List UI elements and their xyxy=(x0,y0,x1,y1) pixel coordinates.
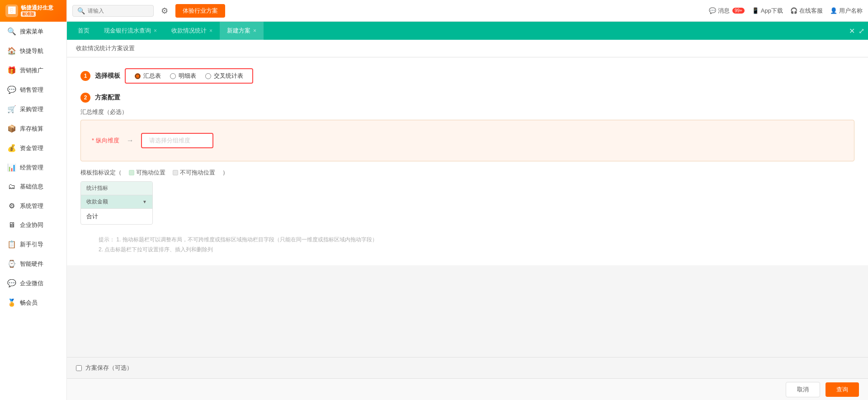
sidebar-item-purchase[interactable]: 🛒 采购管理 xyxy=(0,99,66,119)
sidebar-item-finance[interactable]: 💰 资金管理 xyxy=(0,138,66,158)
sidebar-item-label: 采购管理 xyxy=(20,105,43,113)
gift-icon: 🎁 xyxy=(7,66,16,75)
template-option-summary[interactable]: 汇总表 xyxy=(135,72,161,80)
sidebar-item-label: 企业微信 xyxy=(20,279,43,287)
wechat-icon: 💬 xyxy=(7,279,16,287)
template-selection-box: 汇总表 明细表 交叉统计表 xyxy=(125,68,253,84)
folder-icon: 🗂 xyxy=(7,183,16,191)
tab-close-all-icon[interactable]: ✕ xyxy=(849,27,855,35)
sidebar-item-sales[interactable]: 💬 销售管理 xyxy=(0,80,66,99)
tab-new-plan[interactable]: 新建方案 × xyxy=(220,22,264,40)
save-checkbox[interactable] xyxy=(76,365,82,371)
section1-label: 选择模板 xyxy=(95,72,120,80)
sidebar-item-label: 搜索菜单 xyxy=(20,28,43,36)
tab-bar: 首页 现金银行流水查询 × 收款情况统计 × 新建方案 × ✕ ⤢ xyxy=(67,22,868,40)
guide-icon: 📋 xyxy=(7,240,16,249)
tab-collection-stats-label: 收款情况统计 xyxy=(171,27,207,35)
topbar-right: 💬 消息 99+ 📱 App下载 🎧 在线客服 👤 用户名称 xyxy=(709,7,863,15)
tab-collection-stats-close[interactable]: × xyxy=(209,28,212,34)
dimension-title-row: 汇总维度（必选） xyxy=(80,108,854,116)
tip-1: 提示： 1. 拖动标题栏可以调整布局，不可跨维度或指标区域拖动栏目字段（只能在同… xyxy=(80,235,854,245)
chevron-down-icon[interactable]: ▼ xyxy=(142,199,147,204)
sidebar-logo: 🅱 畅捷通好生意 标准版 xyxy=(0,0,66,22)
save-checkbox-label[interactable]: 方案保存（可选） xyxy=(85,364,132,372)
sidebar-item-member[interactable]: 🏅 畅会员 xyxy=(0,293,66,312)
tab-actions: ✕ ⤢ xyxy=(849,27,864,35)
tips-section: 提示： 1. 拖动标题栏可以调整布局，不可跨维度或指标区域拖动栏目字段（只能在同… xyxy=(80,235,854,254)
search-input[interactable] xyxy=(88,8,142,14)
message-icon: 💬 xyxy=(709,7,716,14)
tab-collection-stats[interactable]: 收款情况统计 × xyxy=(164,22,220,40)
medal-icon: 🏅 xyxy=(7,298,16,307)
sidebar-item-basic-info[interactable]: 🗂 基础信息 xyxy=(0,177,66,196)
watch-icon: ⌚ xyxy=(7,259,16,268)
messages-btn[interactable]: 💬 消息 99+ xyxy=(709,7,745,15)
template-radio-detail[interactable] xyxy=(170,73,176,79)
industry-btn[interactable]: 体验行业方案 xyxy=(175,4,225,18)
movable-dot xyxy=(129,170,134,175)
tab-home[interactable]: 首页 xyxy=(71,22,97,40)
download-icon: 📱 xyxy=(752,7,759,14)
sidebar-item-search[interactable]: 🔍 搜索菜单 xyxy=(0,22,66,41)
sidebar-item-label: 企业协同 xyxy=(20,221,43,229)
monitor-icon: 🖥 xyxy=(7,221,16,229)
metrics-close-paren: ） xyxy=(222,169,228,177)
movable-label: 可拖动位置 xyxy=(136,169,165,177)
download-btn[interactable]: 📱 App下载 xyxy=(752,7,783,15)
vertical-dim-label: * 纵向维度 xyxy=(92,136,119,145)
template-radio-summary[interactable] xyxy=(135,73,141,79)
metrics-section: 模板指标设定（ 可拖动位置 不可拖动位置 ） 统计指标 xyxy=(80,169,854,226)
sidebar-item-smart-hw[interactable]: ⌚ 智能硬件 xyxy=(0,254,66,273)
fixed-indicator: 不可拖动位置 xyxy=(173,169,215,177)
tab-cash-bank[interactable]: 现金银行流水查询 × xyxy=(97,22,164,40)
search-box[interactable]: 🔍 xyxy=(72,5,154,17)
section2-label: 方案配置 xyxy=(95,94,120,102)
messages-badge: 99+ xyxy=(732,8,745,14)
template-label-summary[interactable]: 汇总表 xyxy=(143,72,161,80)
tab-new-plan-close[interactable]: × xyxy=(253,28,256,34)
cart-icon: 🛒 xyxy=(7,105,16,113)
sidebar-item-marketing[interactable]: 🎁 营销推广 xyxy=(0,61,66,80)
fixed-dot xyxy=(173,170,178,175)
content-area: 收款情况统计方案设置 1 选择模板 汇总表 明细表 xyxy=(67,40,868,400)
sidebar-item-system[interactable]: ⚙ 系统管理 xyxy=(0,196,66,216)
metrics-col1-label: 收款金额 xyxy=(86,198,108,206)
support-btn[interactable]: 🎧 在线客服 xyxy=(790,7,823,15)
chart-icon: 📊 xyxy=(7,163,16,172)
sidebar-item-label: 销售管理 xyxy=(20,86,43,94)
sidebar-item-label: 系统管理 xyxy=(20,202,43,210)
money-icon: 💰 xyxy=(7,144,16,152)
vertical-dim-select[interactable]: 请选择分组维度 xyxy=(141,133,213,148)
metrics-header-label: 统计指标 xyxy=(86,184,108,192)
download-label: App下载 xyxy=(761,7,783,15)
sidebar-item-enterprise[interactable]: 🖥 企业协同 xyxy=(0,216,66,235)
sidebar-item-inventory[interactable]: 📦 库存核算 xyxy=(0,119,66,138)
tab-cash-bank-close[interactable]: × xyxy=(154,28,157,34)
user-avatar[interactable]: 👤 用户名称 xyxy=(830,7,863,15)
section1-num: 1 xyxy=(80,71,90,81)
sidebar-item-label: 营销推广 xyxy=(20,66,43,75)
sidebar-item-newbie[interactable]: 📋 新手引导 xyxy=(0,235,66,254)
home-icon: 🏠 xyxy=(7,47,16,55)
settings-icon[interactable]: ⚙ xyxy=(159,4,170,18)
tip-2: 2. 点击标题栏下拉可设置排序、插入列和删除列 xyxy=(80,245,854,255)
sidebar-item-quick-nav[interactable]: 🏠 快捷导航 xyxy=(0,41,66,61)
sidebar-item-operations[interactable]: 📊 经营管理 xyxy=(0,158,66,177)
template-label-cross[interactable]: 交叉统计表 xyxy=(214,72,243,80)
tab-cash-bank-label: 现金银行流水查询 xyxy=(104,27,151,35)
sidebar-item-weixin[interactable]: 💬 企业微信 xyxy=(0,273,66,293)
template-radio-cross[interactable] xyxy=(205,73,211,79)
metrics-grid-header: 统计指标 xyxy=(81,182,152,195)
metrics-header-row: 模板指标设定（ 可拖动位置 不可拖动位置 ） xyxy=(80,169,854,177)
dimension-area: * 纵向维度 → 请选择分组维度 xyxy=(80,120,854,161)
section2-header: 2 方案配置 xyxy=(80,93,854,103)
logo-icon: 🅱 xyxy=(5,5,18,17)
cancel-button[interactable]: 取消 xyxy=(786,382,820,397)
tab-expand-icon[interactable]: ⤢ xyxy=(859,27,864,35)
query-button[interactable]: 查询 xyxy=(826,382,859,397)
template-label-detail[interactable]: 明细表 xyxy=(179,72,196,80)
template-option-cross[interactable]: 交叉统计表 xyxy=(205,72,243,80)
metrics-col1-header[interactable]: 收款金额 ▼ xyxy=(81,195,152,209)
dimension-title-text: 汇总维度（必选） xyxy=(80,108,127,115)
template-option-detail[interactable]: 明细表 xyxy=(170,72,196,80)
